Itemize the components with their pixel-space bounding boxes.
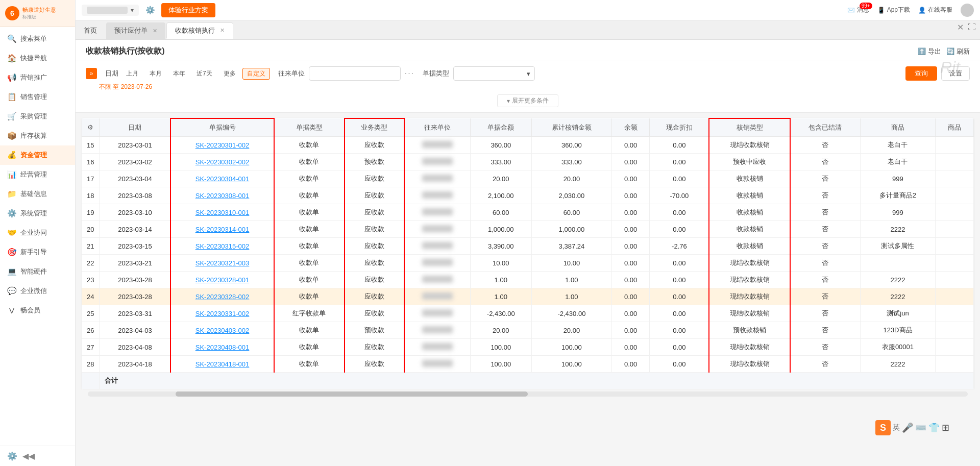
sidebar-item-system[interactable]: ⚙️ 系统管理: [0, 204, 75, 223]
solution-button[interactable]: 体验行业方案: [161, 3, 215, 17]
cell-date: 2023-03-04: [100, 170, 171, 187]
bill-no-link[interactable]: SK-20230314-001: [195, 226, 250, 233]
refresh-label: 刷新: [957, 47, 970, 56]
table-row: 25 2023-03-31 SK-20230331-002 红字收款单 应收款 …: [82, 305, 974, 322]
date-btn-7days[interactable]: 近7天: [192, 68, 217, 80]
table-row: 20 2023-03-14 SK-20230314-001 收款单 应收款 1,…: [82, 221, 974, 238]
cell-goods2: [936, 305, 974, 322]
cell-biz-type: 应收款: [345, 255, 404, 272]
date-btn-custom[interactable]: 自定义: [242, 68, 270, 80]
cell-goods2: [936, 137, 974, 154]
cell-amount: 100.00: [470, 356, 531, 373]
brand-s-icon: S: [875, 420, 891, 435]
bill-no-link[interactable]: SK-20230302-002: [195, 158, 250, 166]
cell-goods1: 衣服00001: [860, 339, 936, 356]
fullscreen-icon[interactable]: ⛶: [968, 22, 976, 32]
tab-collection-close[interactable]: ✕: [220, 27, 225, 34]
cell-settled: 否: [790, 238, 860, 255]
app-download-button[interactable]: 📱 App下载: [877, 6, 910, 14]
shirt-icon[interactable]: 👕: [928, 422, 940, 433]
sidebar-item-finance[interactable]: 💰 资金管理: [0, 145, 75, 165]
sidebar-item-quick-nav[interactable]: 🏠 快捷导航: [0, 48, 75, 68]
bill-no-link[interactable]: SK-20230308-001: [195, 192, 250, 200]
sidebar-item-label-marketing: 营销推广: [20, 73, 47, 82]
counterpart-input[interactable]: [309, 66, 401, 81]
cell-goods2: [936, 154, 974, 170]
expand-conditions-btn[interactable]: ▾ 展开更多条件: [497, 94, 558, 107]
th-settings[interactable]: ⚙: [82, 118, 100, 137]
tabs-bar: 首页 预计应付单 ✕ 收款核销执行 ✕ ✕ ⛶: [76, 20, 980, 40]
bill-no-link[interactable]: SK-20230321-003: [195, 259, 250, 267]
sidebar-item-sales[interactable]: 📋 销售管理: [0, 87, 75, 107]
sidebar-item-wechat[interactable]: 💬 企业微信: [0, 281, 75, 301]
hscroll-thumb[interactable]: [176, 391, 528, 397]
export-button[interactable]: ⬆️ 导出: [918, 47, 941, 56]
sidebar-item-member[interactable]: V 畅会员: [0, 301, 75, 320]
cell-settled: 否: [790, 154, 860, 170]
cell-biz-type: 预收款: [345, 322, 404, 339]
user-avatar[interactable]: [961, 4, 974, 17]
sidebar-item-basic[interactable]: 📁 基础信息: [0, 184, 75, 204]
bill-no-link[interactable]: SK-20230328-001: [195, 276, 250, 284]
cell-counterpart: [404, 339, 470, 356]
cell-counterpart: [404, 204, 470, 221]
cell-bill-no: SK-20230315-002: [170, 238, 274, 255]
grid-icon[interactable]: ⊞: [942, 422, 949, 433]
logo-icon: 6: [5, 6, 19, 20]
tab-prepay[interactable]: 预计应付单 ✕: [106, 22, 165, 39]
sidebar-item-operation[interactable]: 📊 经营管理: [0, 165, 75, 184]
cell-bill-no: SK-20230310-001: [170, 204, 274, 221]
keyboard-icon[interactable]: ⌨️: [915, 422, 926, 433]
inventory-icon: 📦: [7, 131, 16, 140]
cell-bill-type: 收款单: [274, 204, 345, 221]
sidebar-item-inventory[interactable]: 📦 库存核算: [0, 126, 75, 145]
bill-no-link[interactable]: SK-20230418-001: [195, 360, 250, 368]
query-button[interactable]: 查询: [905, 66, 937, 81]
bill-no-link[interactable]: SK-20230331-002: [195, 310, 250, 317]
mic-icon[interactable]: 🎤: [902, 422, 913, 433]
app-selector[interactable]: ▾: [82, 5, 139, 16]
cell-bill-type: 收款单: [274, 339, 345, 356]
bill-type-select[interactable]: ▾: [453, 66, 535, 81]
filter-collapse-btn[interactable]: »: [86, 68, 97, 79]
cell-amount: 20.00: [470, 322, 531, 339]
cell-goods2: [936, 339, 974, 356]
cell-biz-type: 应收款: [345, 187, 404, 204]
online-service-button[interactable]: 👤 在线客服: [918, 6, 952, 14]
bill-no-link[interactable]: SK-20230408-001: [195, 344, 250, 351]
message-button[interactable]: ✉️ 消息 99+: [847, 6, 869, 14]
date-btn-last-month[interactable]: 上月: [121, 68, 143, 80]
settings-icon[interactable]: ⚙️: [7, 451, 17, 461]
cell-settled: 否: [790, 339, 860, 356]
bill-no-link[interactable]: SK-20230301-002: [195, 141, 250, 149]
th-balance: 余额: [611, 118, 650, 137]
sidebar-item-marketing[interactable]: 📢 营销推广: [0, 68, 75, 87]
collapse-icon[interactable]: ◀◀: [22, 451, 35, 461]
cell-no: 16: [82, 154, 100, 170]
close-tab-icon[interactable]: ✕: [957, 22, 964, 32]
message-icon: ✉️: [847, 7, 855, 14]
bill-no-link[interactable]: SK-20230403-002: [195, 327, 250, 334]
gear-button[interactable]: ⚙️: [143, 3, 157, 17]
cell-bill-no: SK-20230302-002: [170, 154, 274, 170]
sidebar-item-guide[interactable]: 🎯 新手引导: [0, 242, 75, 262]
date-btn-this-year[interactable]: 本年: [168, 68, 190, 80]
bill-no-link[interactable]: SK-20230315-002: [195, 242, 250, 250]
set-button[interactable]: 设置: [941, 66, 970, 81]
date-btn-more[interactable]: 更多: [219, 68, 240, 80]
refresh-button[interactable]: 🔄 刷新: [946, 47, 970, 56]
cell-no: 18: [82, 187, 100, 204]
bill-no-link[interactable]: SK-20230304-001: [195, 175, 250, 183]
bill-no-link[interactable]: SK-20230328-002: [195, 293, 250, 301]
sidebar-item-search[interactable]: 🔍 搜索菜单: [0, 29, 75, 48]
sidebar-item-purchase[interactable]: 🛒 采购管理: [0, 107, 75, 126]
cell-cash-discount: 0.00: [650, 221, 709, 238]
tab-home[interactable]: 首页: [76, 22, 105, 39]
sidebar-item-hardware[interactable]: 💻 智能硬件: [0, 262, 75, 281]
sidebar-item-corp[interactable]: 🤝 企业协同: [0, 223, 75, 242]
date-btn-this-month[interactable]: 本月: [145, 68, 166, 80]
cell-accum: 2,030.00: [531, 187, 611, 204]
tab-prepay-close[interactable]: ✕: [153, 28, 157, 34]
tab-collection[interactable]: 收款核销执行 ✕: [166, 22, 233, 39]
bill-no-link[interactable]: SK-20230310-001: [195, 209, 250, 216]
